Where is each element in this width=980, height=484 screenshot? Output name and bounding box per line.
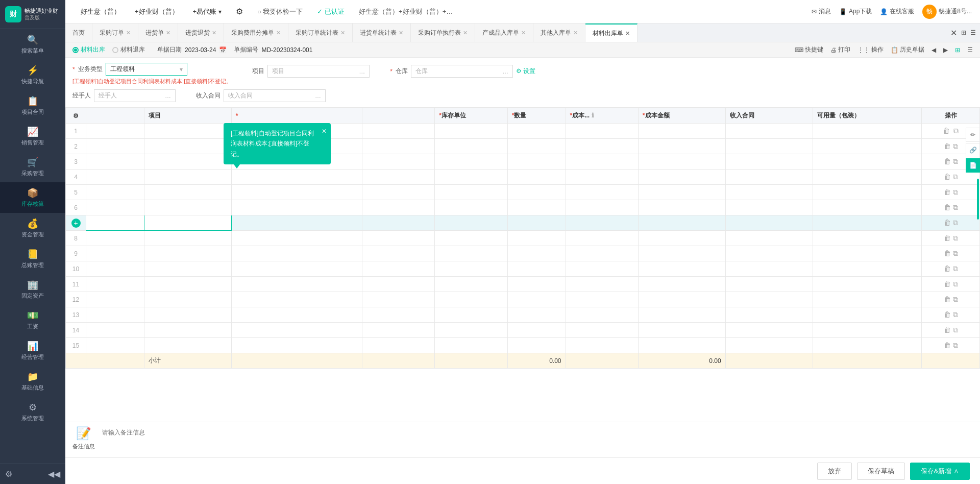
right-panel-doc-icon[interactable]: 📄	[966, 158, 980, 173]
calendar-icon[interactable]: 📅	[219, 46, 227, 54]
right-panel-edit-icon[interactable]: ✏	[966, 128, 980, 142]
copy-icon[interactable]: ⧉	[953, 203, 958, 211]
delete-icon[interactable]: 🗑	[944, 295, 951, 303]
tab-close-material-out[interactable]: ✕	[625, 30, 630, 37]
copy-icon[interactable]: ⧉	[953, 264, 958, 273]
tab-material-out[interactable]: 材料出库单 ✕	[585, 23, 638, 42]
copy-icon[interactable]: ⧉	[953, 127, 959, 135]
delete-icon[interactable]: 🗑	[944, 280, 951, 288]
delete-icon[interactable]: 🗑	[944, 234, 951, 242]
right-panel-link-icon[interactable]: 🔗	[966, 143, 980, 157]
tab-home[interactable]: 首页	[65, 23, 92, 42]
topbar-verified[interactable]: ✓ 已认证	[310, 0, 352, 23]
sidebar-item-finance[interactable]: 💰 资金管理	[0, 213, 65, 244]
tab-purchase-exec[interactable]: 采购订单执行表 ✕	[411, 23, 475, 42]
sidebar-item-inventory[interactable]: 📦 库存核算	[0, 182, 65, 213]
note-input[interactable]	[100, 426, 973, 452]
save-new-btn[interactable]: 保存&新增 ∧	[910, 463, 970, 480]
tab-close-finished-goods[interactable]: ✕	[521, 30, 526, 36]
delete-icon[interactable]: 🗑	[944, 142, 951, 150]
grid-view-icon[interactable]: ⊞	[961, 29, 966, 36]
tab-purchase-order[interactable]: 采购订单 ✕	[92, 23, 138, 42]
delete-icon[interactable]: 🗑	[944, 249, 951, 257]
delete-icon[interactable]: 🗑	[944, 326, 951, 334]
settings-right-btn[interactable]: ⚙ 设置	[516, 67, 535, 76]
tab-close-purchase[interactable]: ✕	[126, 30, 131, 36]
topbar-nav-yidaizhang[interactable]: +易代账 ▾	[186, 0, 229, 23]
delete-icon[interactable]: 🗑	[944, 173, 951, 181]
sidebar-item-basic[interactable]: 📁 基础信息	[0, 366, 65, 397]
tab-purchase-fee[interactable]: 采购费用分摊单 ✕	[224, 23, 288, 42]
topbar-message[interactable]: ✉ 消息	[812, 7, 831, 16]
handler-select[interactable]: 经手人 …	[94, 89, 176, 102]
delete-icon[interactable]: 🗑	[943, 127, 950, 135]
nav-next-btn[interactable]: ▶	[943, 46, 948, 54]
cell-unit[interactable]	[435, 124, 507, 139]
tab-close-purchase-exec[interactable]: ✕	[463, 30, 468, 36]
cell-project[interactable]	[144, 124, 231, 139]
col-settings-icon[interactable]: ⚙	[73, 112, 79, 119]
copy-icon[interactable]: ⧉	[953, 157, 958, 165]
tab-incoming-return[interactable]: 进货退货 ✕	[178, 23, 224, 42]
sidebar-item-payroll[interactable]: 💵 工资	[0, 305, 65, 335]
tab-close-purchase-stat[interactable]: ✕	[340, 30, 345, 36]
topbar-trial[interactable]: ○ 我要体验一下	[250, 0, 310, 23]
tab-close-incoming-return[interactable]: ✕	[212, 30, 216, 36]
radio-material-return[interactable]: 材料退库	[112, 45, 145, 54]
save-draft-btn[interactable]: 保存草稿	[857, 463, 905, 480]
copy-icon[interactable]: ⧉	[953, 341, 958, 349]
warehouse-select[interactable]: 仓库 …	[411, 65, 513, 78]
tooltip-close-btn[interactable]: ✕	[322, 126, 327, 136]
cell-cost-amount[interactable]	[638, 124, 725, 139]
tab-close-incoming[interactable]: ✕	[166, 30, 170, 36]
cost-info-icon[interactable]: ℹ	[592, 112, 594, 119]
sidebar-item-search[interactable]: 🔍 搜索菜单	[0, 29, 65, 60]
sidebar-item-ledger[interactable]: 📒 总账管理	[0, 244, 65, 274]
copy-icon[interactable]: ⧉	[953, 280, 958, 288]
cell-available[interactable]	[813, 124, 922, 139]
sidebar-item-sales[interactable]: 📈 销售管理	[0, 121, 65, 152]
sidebar-item-project[interactable]: 📋 项目合同	[0, 90, 65, 121]
topbar-nav-haoyecai[interactable]: +好业财（普）	[128, 0, 186, 23]
topbar-app-download[interactable]: 📱 App下载	[839, 7, 872, 16]
cell-spec[interactable]	[362, 124, 434, 139]
copy-icon[interactable]: ⧉	[953, 234, 958, 242]
tab-incoming[interactable]: 进货单 ✕	[138, 23, 178, 42]
copy-icon[interactable]: ⧉	[953, 310, 958, 319]
cell-income-contract[interactable]	[725, 124, 813, 139]
sidebar-item-quicknav[interactable]: ⚡ 快捷导航	[0, 60, 65, 90]
print-btn[interactable]: 🖨 打印	[830, 45, 850, 54]
delete-icon[interactable]: 🗑	[944, 310, 951, 319]
copy-icon[interactable]: ⧉	[953, 142, 958, 150]
tab-close-incoming-stat[interactable]: ✕	[399, 30, 403, 36]
topbar-settings-icon[interactable]: ⚙	[229, 0, 250, 23]
topbar-online-service[interactable]: 👤 在线客服	[880, 7, 914, 16]
shortcut-btn[interactable]: ⌨ 快捷键	[795, 45, 823, 54]
collapse-icon[interactable]: ◀◀	[48, 469, 60, 479]
income-contract-select[interactable]: 收入合同 …	[224, 89, 326, 102]
tab-close-purchase-fee[interactable]: ✕	[276, 30, 281, 36]
topbar-nav-haoshengyi[interactable]: 好生意（普）	[74, 0, 128, 23]
delete-icon[interactable]: 🗑	[944, 264, 951, 273]
tab-close-other-stock[interactable]: ✕	[573, 30, 578, 36]
form-view-btn[interactable]: ☰	[967, 46, 973, 54]
nav-prev-btn[interactable]: ◀	[932, 46, 936, 54]
delete-icon[interactable]: 🗑	[944, 203, 951, 211]
cell-cost[interactable]	[566, 124, 638, 139]
delete-icon[interactable]: 🗑	[944, 341, 951, 349]
business-type-select[interactable]: 工程领料 ▾	[106, 63, 187, 76]
settings-bottom-icon[interactable]: ⚙	[5, 469, 12, 479]
discard-btn[interactable]: 放弃	[817, 463, 852, 480]
delete-icon[interactable]: 🗑	[944, 157, 951, 165]
tab-other-stock[interactable]: 其他入库单 ✕	[533, 23, 585, 42]
sidebar-item-system[interactable]: ⚙ 系统管理	[0, 397, 65, 427]
radio-material-out[interactable]: 材料出库	[72, 45, 105, 54]
copy-icon[interactable]: ⧉	[953, 219, 958, 227]
cell-qty[interactable]	[507, 124, 566, 139]
copy-icon[interactable]: ⧉	[953, 326, 958, 334]
add-row-btn[interactable]: +	[71, 219, 81, 228]
close-all-tabs[interactable]: ✕	[950, 28, 957, 38]
project-select[interactable]: 项目 …	[267, 65, 370, 78]
copy-icon[interactable]: ⧉	[953, 173, 958, 181]
tab-finished-goods[interactable]: 产成品入库单 ✕	[475, 23, 533, 42]
